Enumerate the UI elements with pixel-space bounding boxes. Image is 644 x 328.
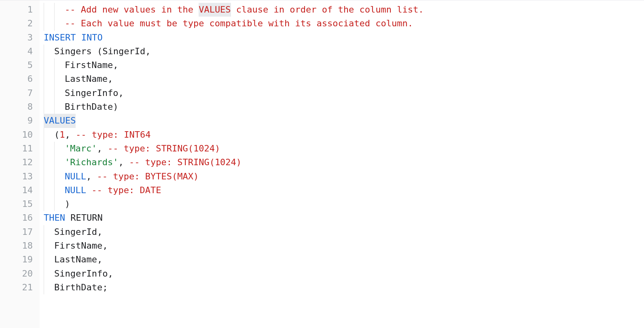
indent-guide [44,86,44,100]
code-line[interactable]: VALUES [44,114,644,128]
code-line[interactable]: (1, -- type: INT64 [44,128,644,142]
line-number: 17 [0,225,39,239]
line-number: 10 [0,128,39,142]
code-token: , [145,45,150,58]
code-token: clause in order of the column list. [231,3,424,17]
indent-guide [44,281,44,294]
code-line[interactable]: BirthDate) [44,100,644,114]
code-line[interactable]: -- Each value must be type compatible wi… [44,17,644,30]
indent-guide [44,58,44,72]
indent-guide [54,183,55,197]
code-line[interactable]: LastName, [44,72,644,86]
code-token: FirstName [65,58,113,72]
code-line[interactable]: BirthDate; [44,281,644,294]
code-token: , [86,170,97,183]
code-token: BirthDate [54,281,102,294]
code-token: , [108,72,113,86]
code-token: , [97,253,102,266]
line-number: 7 [0,86,39,100]
line-number-gutter: 123456789101112131415161718192021 [0,0,40,328]
indent-guide [44,239,44,253]
code-token: SingerInfo [54,267,108,281]
code-line[interactable]: SingerInfo, [44,267,644,281]
code-token: SingerInfo [65,86,118,100]
code-line[interactable]: THEN RETURN [44,211,644,225]
indent-guide [54,142,55,155]
code-token: , [113,58,118,72]
line-number: 5 [0,58,39,72]
line-number: 21 [0,281,39,294]
indent-guide [44,142,44,155]
code-token: ( [97,45,102,58]
line-number: 8 [0,100,39,114]
code-token: , [102,239,108,253]
code-token: ) [113,100,118,114]
indent-guide [44,3,44,17]
code-line[interactable]: Singers (SingerId, [44,45,644,58]
code-line[interactable]: 'Marc', -- type: STRING(1024) [44,142,644,155]
code-line[interactable]: FirstName, [44,239,644,253]
code-token: VALUES [199,3,231,17]
code-line[interactable]: SingerId, [44,225,644,239]
code-line[interactable]: -- Add new values in the VALUES clause i… [44,3,644,17]
indent-guide [44,128,44,142]
indent-guide [54,58,55,72]
code-token: SingerId [102,45,145,58]
indent-guide [44,253,44,266]
line-number: 13 [0,170,39,183]
line-number: 3 [0,31,39,45]
line-number: 9 [0,114,39,128]
code-token: FirstName [54,239,102,253]
code-line[interactable]: 'Richards', -- type: STRING(1024) [44,155,644,169]
code-line[interactable]: ) [44,197,644,211]
code-token: NULL [65,170,86,183]
code-token: LastName [65,72,108,86]
code-token: LastName [54,253,97,266]
code-line[interactable]: INSERT INTO [44,31,644,45]
code-token: -- type: INT64 [76,128,150,142]
indent-guide [44,225,44,239]
code-token: VALUES [44,114,76,128]
indent-guide [44,197,44,211]
line-number: 6 [0,72,39,86]
code-line[interactable]: SingerInfo, [44,86,644,100]
line-number: 4 [0,45,39,58]
code-token: -- type: STRING(1024) [108,142,220,155]
code-editor[interactable]: 123456789101112131415161718192021 -- Add… [0,0,644,328]
code-token: ) [65,197,70,211]
line-number: 2 [0,17,39,30]
indent-guide [54,170,55,183]
code-token: -- type: DATE [91,183,161,197]
code-token: , [118,86,123,100]
code-token: 'Richards' [65,155,118,169]
indent-guide [44,17,44,30]
code-token: , [97,142,108,155]
line-number: 1 [0,3,39,17]
indent-guide [54,155,55,169]
indent-guide [44,183,44,197]
code-line[interactable]: NULL, -- type: BYTES(MAX) [44,170,644,183]
code-line[interactable]: FirstName, [44,58,644,72]
code-token: 1 [59,128,65,142]
line-number: 15 [0,197,39,211]
indent-guide [54,86,55,100]
indent-guide [54,72,55,86]
code-token: 'Marc' [65,142,97,155]
indent-guide [44,267,44,281]
code-area[interactable]: -- Add new values in the VALUES clause i… [40,0,644,328]
code-token: , [97,225,102,239]
indent-guide [44,72,44,86]
code-line[interactable]: LastName, [44,253,644,266]
code-token: , [65,128,76,142]
line-number: 16 [0,211,39,225]
code-token: ; [102,281,108,294]
code-token: RETURN [65,211,103,225]
code-token: INSERT INTO [44,31,103,45]
code-token: , [118,155,129,169]
code-token: THEN [44,211,65,225]
code-token: BirthDate [65,100,113,114]
line-number: 11 [0,142,39,155]
line-number: 19 [0,253,39,266]
code-line[interactable]: NULL -- type: DATE [44,183,644,197]
indent-guide [44,45,44,58]
